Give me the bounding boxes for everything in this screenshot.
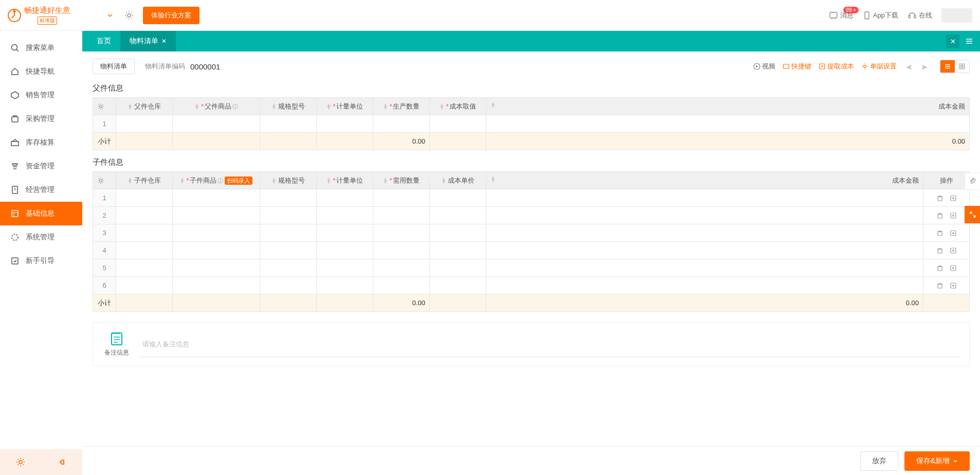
menu-icon — [10, 67, 20, 76]
tab-bom[interactable]: 物料清单 ✕ — [120, 31, 176, 51]
doc-settings-link[interactable]: 单据设置 — [861, 62, 897, 71]
scan-input-tag[interactable]: 扫码录入 — [225, 177, 252, 185]
delete-row-icon[interactable] — [936, 230, 943, 237]
tab-close-icon[interactable]: ✕ — [161, 38, 167, 45]
sidebar-item-4[interactable]: 库存核算 — [0, 131, 82, 154]
parent-col-qty[interactable]: ▲▼*生产数量 — [373, 98, 430, 115]
delete-row-icon[interactable] — [936, 247, 943, 254]
delete-row-icon[interactable] — [936, 195, 943, 202]
menu-icon — [10, 43, 20, 52]
svg-point-20 — [19, 461, 22, 464]
parent-col-cost-method[interactable]: ▲▼*成本取值 — [430, 98, 486, 115]
header-right: 消息 99 + App下载 在线 — [829, 8, 972, 23]
attachment-widget[interactable] — [965, 172, 980, 190]
help-icon[interactable]: ⓘ — [232, 103, 238, 110]
sidebar-item-7[interactable]: 基础信息 — [0, 202, 82, 225]
chevron-down-icon — [107, 12, 113, 19]
svg-point-5 — [866, 17, 867, 18]
add-row-icon[interactable] — [950, 265, 957, 272]
sidebar-item-9[interactable]: 新手引导 — [0, 249, 82, 273]
parent-col-product[interactable]: ▲▼*父件商品ⓘ — [173, 98, 260, 115]
add-row-icon[interactable] — [950, 195, 957, 202]
svg-point-18 — [12, 234, 18, 240]
remark-input[interactable] — [140, 331, 961, 357]
sidebar-item-6[interactable]: 经营管理 — [0, 178, 82, 202]
form-type-tab[interactable]: 物料清单 — [93, 59, 135, 74]
child-col-unit[interactable]: ▲▼*计量单位 — [317, 172, 373, 189]
extract-cost-link[interactable]: 提取成本 — [819, 62, 854, 71]
sidebar-item-2[interactable]: 销售管理 — [0, 83, 82, 107]
add-row-icon[interactable] — [950, 247, 957, 254]
parent-col-cost-amount[interactable]: ▲▼成本金额 — [486, 98, 970, 115]
remark-label: 备注信息 — [104, 348, 129, 357]
close-all-tabs-icon[interactable]: ✕ — [946, 34, 959, 48]
add-row-icon[interactable] — [950, 212, 957, 219]
child-col-price[interactable]: ▲▼成本单价 — [430, 172, 486, 189]
view-grid-icon[interactable] — [955, 60, 969, 73]
settings-gear-icon[interactable] — [122, 9, 136, 22]
main-area: 首页 物料清单 ✕ ✕ 物料清单 物料清单编码 0000001 — [82, 31, 980, 475]
save-add-button[interactable]: 保存&新增 — [904, 451, 970, 471]
child-row[interactable]: 2 — [93, 207, 970, 224]
video-link[interactable]: 视频 — [753, 62, 775, 71]
delete-row-icon[interactable] — [936, 282, 943, 289]
child-col-spec[interactable]: ▲▼规格型号 — [260, 172, 317, 189]
user-avatar[interactable] — [941, 8, 972, 23]
experience-plan-button[interactable]: 体验行业方案 — [143, 7, 199, 24]
shortcut-link[interactable]: 快捷键 — [783, 62, 811, 71]
sidebar-item-0[interactable]: 搜索菜单 — [0, 36, 82, 60]
online-support-link[interactable]: 在线 — [908, 11, 932, 20]
help-icon[interactable]: ⓘ — [217, 178, 223, 184]
sidebar-item-5[interactable]: 资金管理 — [0, 154, 82, 178]
remark-icon — [109, 331, 124, 346]
online-label: 在线 — [919, 11, 932, 20]
logo-title: 畅捷通好生意 — [24, 6, 70, 15]
view-toggle — [940, 60, 970, 73]
child-row[interactable]: 1 — [93, 189, 970, 207]
add-row-icon[interactable] — [950, 230, 957, 237]
parent-col-unit[interactable]: ▲▼*计量单位 — [317, 98, 373, 115]
child-table: ▲▼子件仓库 ▲▼*子件商品ⓘ扫码录入 ▲▼规格型号 ▲▼*计量单位 ▲▼*需用… — [93, 171, 970, 312]
parent-gear-header[interactable] — [93, 98, 116, 115]
svg-point-2 — [128, 14, 131, 17]
child-col-amount[interactable]: ▲▼成本金额 — [486, 172, 923, 189]
company-selector[interactable] — [98, 10, 117, 21]
sidebar-item-8[interactable]: 系统管理 — [0, 225, 82, 249]
svg-rect-34 — [959, 67, 961, 69]
sidebar-item-1[interactable]: 快捷导航 — [0, 60, 82, 83]
expand-widget[interactable] — [965, 206, 980, 223]
tab-home[interactable]: 首页 — [87, 31, 120, 51]
delete-row-icon[interactable] — [936, 212, 943, 219]
svg-rect-35 — [963, 67, 965, 69]
tab-menu-icon[interactable] — [963, 34, 976, 48]
child-qty-total: 0.00 — [373, 294, 430, 312]
child-row[interactable]: 3 — [93, 224, 970, 242]
child-col-qty[interactable]: ▲▼*需用数量 — [373, 172, 430, 189]
prev-doc-icon[interactable]: ◀ — [904, 63, 913, 71]
sidebar-item-3[interactable]: 采购管理 — [0, 107, 82, 131]
view-list-icon[interactable] — [940, 60, 955, 73]
messages-link[interactable]: 消息 99 + — [829, 11, 854, 20]
svg-rect-19 — [12, 258, 18, 264]
sidebar-settings-icon[interactable] — [16, 458, 25, 467]
child-col-product[interactable]: ▲▼*子件商品ⓘ扫码录入 — [173, 172, 260, 189]
app-download-link[interactable]: App下载 — [863, 11, 898, 20]
child-section-title: 子件信息 — [93, 157, 970, 167]
menu-icon — [10, 114, 20, 124]
sidebar-collapse-icon[interactable] — [57, 458, 66, 467]
discard-button[interactable]: 放弃 — [860, 451, 898, 471]
child-col-warehouse[interactable]: ▲▼子件仓库 — [116, 172, 173, 189]
logo-subtitle: 标准版 — [38, 16, 57, 25]
delete-row-icon[interactable] — [936, 265, 943, 272]
add-row-icon[interactable] — [950, 282, 957, 289]
parent-col-spec[interactable]: ▲▼规格型号 — [260, 98, 317, 115]
child-row[interactable]: 4 — [93, 242, 970, 259]
parent-row[interactable]: 1 — [93, 115, 970, 133]
menu-icon — [10, 91, 20, 100]
child-gear-header[interactable] — [93, 172, 116, 189]
footer-bar: 放弃 保存&新增 — [82, 446, 980, 475]
parent-col-warehouse[interactable]: ▲▼父件仓库 — [116, 98, 173, 115]
child-row[interactable]: 5 — [93, 259, 970, 277]
child-row[interactable]: 6 — [93, 277, 970, 294]
next-doc-icon[interactable]: ▶ — [920, 63, 930, 71]
